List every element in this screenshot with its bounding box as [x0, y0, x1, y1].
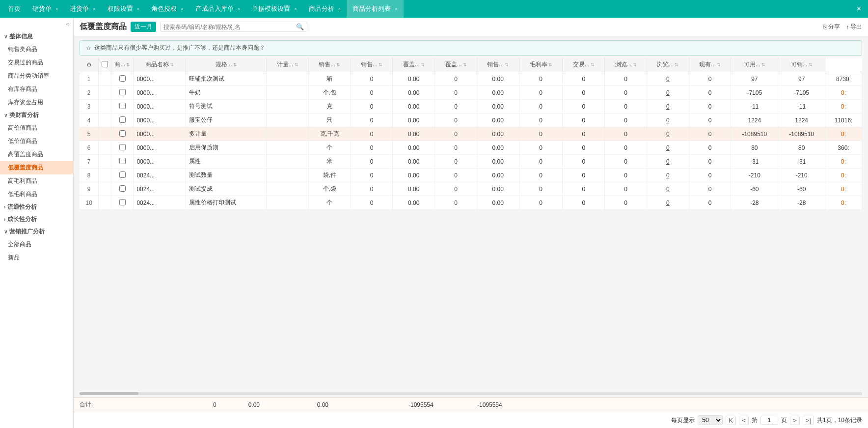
nav-tab-sales[interactable]: 销货单 ×	[27, 0, 64, 18]
row-checkbox-1[interactable]	[111, 86, 134, 100]
close-product-storage-icon[interactable]: ×	[238, 6, 241, 12]
row-check-1[interactable]	[119, 89, 126, 95]
sidebar-collapse-button[interactable]: «	[0, 18, 73, 30]
col-checkbox[interactable]	[99, 57, 111, 72]
row-checkbox-0[interactable]	[111, 72, 134, 86]
row-check-6[interactable]	[119, 158, 126, 164]
col-coverage1[interactable]: 覆盖...⇅	[393, 57, 435, 72]
row-view1-7[interactable]: 0	[647, 169, 689, 182]
close-roles-icon[interactable]: ×	[181, 6, 184, 12]
row-checkbox-6[interactable]	[111, 155, 134, 169]
row-view1-3[interactable]: 0	[647, 114, 689, 127]
row-check-5[interactable]	[119, 144, 126, 150]
nav-tab-home[interactable]: 首页	[2, 0, 27, 18]
row-checkbox-3[interactable]	[111, 114, 134, 127]
col-saleable[interactable]: 可销...⇅	[778, 57, 825, 72]
sidebar-item-all-products[interactable]: 全部商品	[0, 238, 73, 251]
row-view1-4[interactable]: 0	[647, 127, 689, 141]
window-close-button[interactable]: ×	[852, 4, 866, 13]
close-permissions-icon[interactable]: ×	[137, 6, 140, 12]
first-page-button[interactable]: K	[726, 416, 736, 425]
col-available[interactable]: 可用...⇅	[731, 57, 778, 72]
col-spec[interactable]: 规格...⇅	[186, 57, 267, 72]
export-button[interactable]: ↑ 导出	[846, 23, 862, 31]
row-view1-1[interactable]: 0	[647, 86, 689, 100]
sidebar-group-marketing[interactable]: ∨ 营销推广分析	[0, 226, 73, 238]
close-template-icon[interactable]: ×	[294, 6, 297, 12]
next-page-button[interactable]: >	[790, 416, 800, 425]
row-view1-2[interactable]: 0	[647, 100, 689, 114]
table-wrapper[interactable]: ⚙ 商...⇅ 商品名称⇅ 规格...⇅ 计量...⇅ 销售...⇅ 销售...…	[80, 57, 862, 392]
select-all-checkbox[interactable]	[102, 61, 108, 67]
sidebar-item-new-products[interactable]: 新品	[0, 251, 73, 264]
col-sale-amount[interactable]: 销售...⇅	[351, 57, 393, 72]
col-sale-qty[interactable]: 销售...⇅	[308, 57, 351, 72]
row-checkbox-2[interactable]	[111, 100, 134, 114]
nav-tab-product-storage[interactable]: 产成品入库单 ×	[190, 0, 246, 18]
page-number-input[interactable]	[760, 416, 778, 425]
sidebar-item-low-margin[interactable]: 低毛利商品	[0, 188, 73, 201]
sidebar-item-traded-products[interactable]: 交易过的商品	[0, 56, 73, 69]
col-current[interactable]: 现有...⇅	[689, 57, 731, 72]
col-name[interactable]: 商品名称⇅	[134, 57, 186, 72]
sidebar-item-high-margin[interactable]: 高毛利商品	[0, 174, 73, 188]
nav-tab-roles[interactable]: 角色授权 ×	[145, 0, 189, 18]
col-sale-rate[interactable]: 销售...⇅	[477, 57, 519, 72]
sidebar-item-inventory-capital[interactable]: 库存资金占用	[0, 96, 73, 109]
row-check-4[interactable]	[119, 130, 126, 137]
row-checkbox-5[interactable]	[111, 141, 134, 155]
row-checkbox-8[interactable]	[111, 182, 134, 196]
time-filter-button[interactable]: 近一月	[131, 22, 156, 32]
row-view1-9[interactable]: 0	[647, 196, 689, 210]
sidebar-item-inventory-products[interactable]: 有库存商品	[0, 83, 73, 96]
nav-tab-product-analysis[interactable]: 商品分析 ×	[303, 0, 347, 18]
close-purchase-icon[interactable]: ×	[93, 6, 96, 12]
col-view2[interactable]: 浏览...⇅	[647, 57, 689, 72]
nav-tab-template[interactable]: 单据模板设置 ×	[246, 0, 302, 18]
row-check-9[interactable]	[119, 199, 126, 205]
sidebar-group-liquidity[interactable]: › 流通性分析	[0, 201, 73, 213]
sidebar-group-growth[interactable]: › 成长性分析	[0, 213, 73, 226]
col-settings[interactable]: ⚙	[80, 57, 99, 72]
row-checkbox-4[interactable]	[111, 127, 134, 141]
share-button[interactable]: ⎘ 分享	[823, 23, 840, 31]
row-view1-5[interactable]: 0	[647, 141, 689, 155]
horizontal-scrollbar[interactable]	[80, 392, 862, 395]
sidebar-item-category-activity[interactable]: 商品分类动销率	[0, 69, 73, 83]
row-checkbox-7[interactable]	[111, 169, 134, 182]
sidebar-item-high-coverage[interactable]: 高覆盖度商品	[0, 148, 73, 161]
row-check-0[interactable]	[119, 75, 126, 82]
row-view1-6[interactable]: 0	[647, 155, 689, 169]
col-view1[interactable]: 浏览...⇅	[605, 57, 647, 72]
page-size-select[interactable]: 50 100 200	[698, 415, 723, 425]
col-code[interactable]: 商...⇅	[111, 57, 134, 72]
search-icon[interactable]: 🔍	[296, 23, 304, 30]
scrollbar-thumb[interactable]	[80, 392, 138, 395]
nav-tab-purchase[interactable]: 进货单 ×	[64, 0, 101, 18]
prev-page-button[interactable]: <	[739, 416, 749, 425]
row-checkbox-9[interactable]	[111, 196, 134, 210]
row-view1-0[interactable]: 0	[647, 72, 689, 86]
row-check-3[interactable]	[119, 116, 126, 123]
sidebar-item-high-value[interactable]: 高价值商品	[0, 121, 73, 135]
nav-tab-permissions[interactable]: 权限设置 ×	[102, 0, 145, 18]
col-trade[interactable]: 交易...⇅	[563, 57, 605, 72]
row-check-8[interactable]	[119, 185, 126, 192]
row-check-7[interactable]	[119, 171, 126, 178]
row-view1-8[interactable]: 0	[647, 182, 689, 196]
close-analysis-list-icon[interactable]: ×	[395, 6, 398, 12]
sidebar-item-low-coverage[interactable]: 低覆盖度商品	[0, 161, 73, 174]
close-product-analysis-icon[interactable]: ×	[338, 6, 341, 12]
col-gross-rate[interactable]: 毛利率⇅	[519, 57, 563, 72]
col-unit[interactable]: 计量...⇅	[267, 57, 309, 72]
nav-tab-analysis-list[interactable]: 商品分析列表 ×	[347, 0, 403, 18]
sidebar-group-overall[interactable]: ∨ 整体信息	[0, 30, 73, 43]
sidebar-item-sales-products[interactable]: 销售类商品	[0, 43, 73, 56]
close-sales-icon[interactable]: ×	[55, 6, 58, 12]
sidebar-group-wealth[interactable]: ∨ 类财富分析	[0, 109, 73, 121]
col-coverage2[interactable]: 覆盖...⇅	[435, 57, 477, 72]
sidebar-item-low-value[interactable]: 低价值商品	[0, 135, 73, 148]
search-input[interactable]	[163, 24, 296, 30]
last-page-button[interactable]: >|	[803, 416, 814, 425]
row-check-2[interactable]	[119, 103, 126, 109]
